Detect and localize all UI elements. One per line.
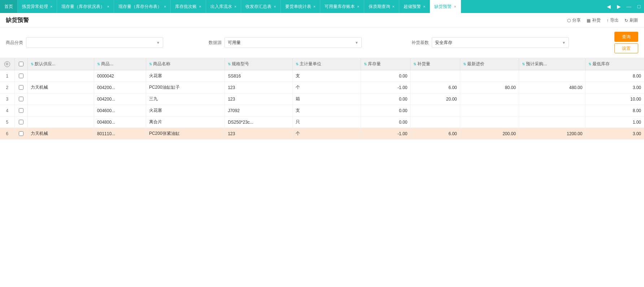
sort-icon-stock: ⇅ [364, 62, 367, 66]
cell-unit-1: 支 [293, 70, 361, 82]
close-tab-shortage[interactable]: × [454, 4, 456, 9]
cell-replenish-qty-2: 6.00 [410, 82, 460, 93]
cell-spec-4: J7092 [225, 105, 293, 116]
cell-product-code-5: 004800... [94, 116, 146, 128]
tab-order-stats[interactable]: 要货单统计表 × [281, 0, 320, 13]
th-unit: ⇅ 主计量单位 [293, 58, 361, 70]
tab-overstock[interactable]: 超储预警 × [399, 0, 430, 13]
maximize-button[interactable]: □ [634, 0, 644, 13]
sort-icon-product-code: ⇅ [97, 62, 100, 66]
close-tab-inventory-dist[interactable]: × [164, 4, 166, 9]
cell-stock-2: -1.00 [361, 82, 410, 93]
refresh-icon: ↻ [625, 18, 628, 23]
tab-receive-summary[interactable]: 收发存汇总表 × [241, 0, 280, 13]
cell-latest-price-2: 80.00 [460, 82, 519, 93]
sort-icon-supplier: ⇅ [31, 62, 34, 66]
cell-product-name-1: 火花塞 [146, 70, 225, 82]
tab-shortage[interactable]: 缺货预警 × [430, 0, 461, 13]
gear-icon[interactable]: ⚙ [4, 61, 10, 67]
cell-stock-3: 0.00 [361, 93, 410, 105]
cell-unit-5: 只 [293, 116, 361, 128]
cell-unit-3: 箱 [293, 93, 361, 105]
share-action[interactable]: ⬡ 分享 [567, 17, 581, 23]
tab-expiry-query[interactable]: 保质期查询 × [364, 0, 399, 13]
cell-num-4: 4 [0, 105, 14, 116]
close-tab-order-stats[interactable]: × [313, 4, 316, 9]
cell-est-purchase-2: 480.00 [519, 82, 586, 93]
cell-spec-1: SS816 [225, 70, 293, 82]
close-tab-inventory-status[interactable]: × [107, 4, 109, 9]
cell-checkbox-4 [14, 105, 27, 116]
cell-min-stock-5: 1.00 [586, 116, 644, 128]
row-checkbox-3[interactable] [19, 97, 23, 101]
close-tab-overstock[interactable]: × [423, 4, 425, 9]
close-tab-expiry-query[interactable]: × [392, 4, 395, 9]
export-action[interactable]: ↑ 导出 [606, 17, 619, 23]
cell-unit-4: 支 [293, 105, 361, 116]
select-all-checkbox[interactable] [19, 62, 23, 66]
cell-supplier-5 [27, 116, 94, 128]
row-checkbox-5[interactable] [19, 120, 23, 124]
cell-min-stock-4: 8.00 [586, 105, 644, 116]
category-select[interactable]: ▼ [26, 37, 163, 48]
cell-num-2: 2 [0, 82, 14, 93]
tab-exception[interactable]: 拣货异常处理 × [18, 0, 57, 13]
cell-checkbox-6 [14, 128, 27, 140]
cell-replenish-qty-4 [410, 105, 460, 116]
tab-inout-flow[interactable]: 出入库流水 × [206, 0, 241, 13]
cell-unit-2: 个 [293, 82, 361, 93]
tab-inventory-status[interactable]: 现存量（库存状况表） × [57, 0, 114, 13]
row-checkbox-2[interactable] [19, 85, 23, 90]
th-est-purchase: ⇅ 预计采购... [519, 58, 586, 70]
th-product-name: ⇅ 商品名称 [146, 58, 225, 70]
category-arrow-icon: ▼ [156, 41, 160, 45]
query-button[interactable]: 查询 [614, 32, 638, 42]
cell-latest-price-1 [460, 70, 519, 82]
tab-home[interactable]: 首页 [0, 0, 18, 13]
cell-product-code-1: 0000042 [94, 70, 146, 82]
cell-stock-4: 0.00 [361, 105, 410, 116]
table-row: 4 004600... 火花塞 J7092 支 0.00 8.00 [0, 105, 644, 116]
cell-num-5: 5 [0, 116, 14, 128]
tab-prev-button[interactable]: ◀ [604, 0, 614, 13]
cell-supplier-1 [27, 70, 94, 82]
tab-inventory-dist[interactable]: 现存量（库存分布表） × [114, 0, 171, 13]
cell-supplier-4 [27, 105, 94, 116]
close-tab-inout-flow[interactable]: × [234, 4, 236, 9]
cell-replenish-qty-1 [410, 70, 460, 82]
cell-latest-price-4 [460, 105, 519, 116]
close-tab-available-ledger[interactable]: × [357, 4, 359, 9]
cell-latest-price-3 [460, 93, 519, 105]
refresh-action[interactable]: ↻ 刷新 [625, 17, 638, 23]
settings-button[interactable]: 设置 [614, 43, 638, 53]
minimize-button[interactable]: — [624, 0, 634, 13]
tab-next-button[interactable]: ▶ [614, 0, 624, 13]
filter-actions: 查询 设置 [614, 32, 638, 53]
tab-bar: 首页 拣货异常处理 × 现存量（库存状况表） × 现存量（库存分布表） × 库存… [0, 0, 644, 13]
row-checkbox-1[interactable] [19, 74, 23, 78]
table-row: 5 004800... 离合片 DS250*23c... 只 0.00 1.00 [0, 116, 644, 128]
replenish-base-select[interactable]: 安全库存 ▼ [432, 37, 569, 48]
replenish-base-arrow-icon: ▼ [562, 41, 566, 45]
tab-batch-account[interactable]: 库存批次账 × [171, 0, 206, 13]
row-checkbox-6[interactable] [19, 131, 23, 136]
cell-spec-6: 123 [225, 128, 293, 140]
cell-spec-2: 123 [225, 82, 293, 93]
replenish-action[interactable]: ▦ 补货 [587, 17, 601, 23]
cell-checkbox-3 [14, 93, 27, 105]
th-settings: ⚙ [0, 58, 14, 70]
close-tab-receive-summary[interactable]: × [274, 4, 276, 9]
tab-available-ledger[interactable]: 可用量库存账本 × [320, 0, 364, 13]
close-tab-batch-account[interactable]: × [199, 4, 201, 9]
sort-icon-latest-price: ⇅ [463, 62, 466, 66]
cell-stock-5: 0.00 [361, 116, 410, 128]
cell-min-stock-3: 10.00 [586, 93, 644, 105]
th-spec: ⇅ 规格型号 [225, 58, 293, 70]
datasource-select[interactable]: 可用量 ▼ [225, 37, 362, 48]
category-filter: 商品分类 ▼ [6, 37, 203, 48]
close-tab-exception[interactable]: × [50, 4, 52, 9]
table-row: 6 力天机械 801110... PC200张紧油缸 123 个 -1.00 6… [0, 128, 644, 140]
row-checkbox-4[interactable] [19, 108, 23, 113]
cell-stock-1: 0.00 [361, 70, 410, 82]
cell-est-purchase-3 [519, 93, 586, 105]
